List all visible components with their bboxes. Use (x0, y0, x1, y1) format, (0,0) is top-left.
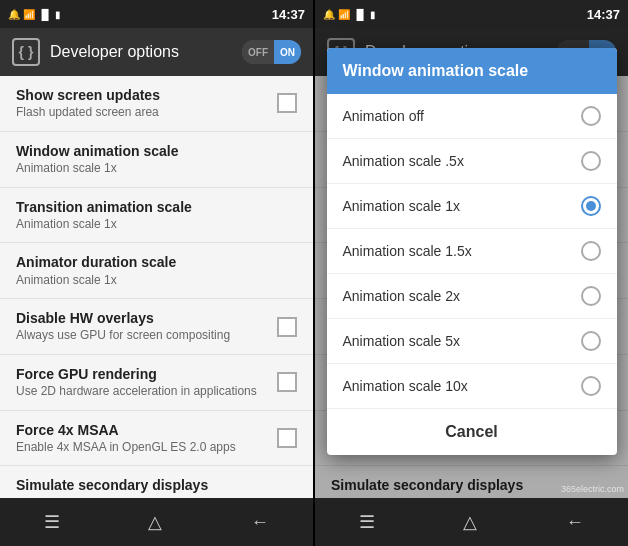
left-status-time: 14:37 (272, 7, 305, 22)
signal-icon: ▐▌ (38, 9, 52, 20)
settings-item-subtitle: Use 2D hardware acceleration in applicat… (16, 384, 277, 400)
dialog-option[interactable]: Animation scale 10x (327, 364, 617, 409)
settings-item[interactable]: Disable HW overlaysAlways use GPU for sc… (0, 299, 313, 355)
left-screen-title: Developer options (50, 43, 232, 61)
dialog-option-label: Animation scale 5x (343, 333, 461, 349)
settings-item[interactable]: Simulate secondary displaysNone (0, 466, 313, 498)
right-phone-panel: 🔔 📶 ▐▌ ▮ 14:37 { } Developer options OFF… (315, 0, 628, 546)
dialog-options: Animation offAnimation scale .5xAnimatio… (327, 94, 617, 409)
left-status-bar: 🔔 📶 ▐▌ ▮ 14:37 (0, 0, 313, 28)
dialog-radio-button[interactable] (581, 376, 601, 396)
dialog-option-label: Animation off (343, 108, 424, 124)
right-volume-icon: 🔔 (323, 9, 335, 20)
left-toggle[interactable]: OFF ON (242, 40, 301, 64)
settings-item-title: Transition animation scale (16, 198, 297, 216)
settings-checkbox[interactable] (277, 317, 297, 337)
right-back-button[interactable]: ← (546, 504, 604, 541)
left-toggle-off[interactable]: OFF (242, 40, 274, 64)
dialog-option-label: Animation scale 1.5x (343, 243, 472, 259)
dialog-radio-button[interactable] (581, 241, 601, 261)
dialog-option-label: Animation scale .5x (343, 153, 464, 169)
left-toggle-on[interactable]: ON (274, 40, 301, 64)
settings-checkbox[interactable] (277, 428, 297, 448)
settings-item-subtitle: Enable 4x MSAA in OpenGL ES 2.0 apps (16, 440, 277, 456)
dialog-radio-button[interactable] (581, 106, 601, 126)
right-wifi-icon: 📶 (338, 9, 350, 20)
settings-item-subtitle: Flash updated screen area (16, 105, 277, 121)
right-status-icons: 🔔 📶 ▐▌ ▮ (323, 9, 376, 20)
dialog-option[interactable]: Animation scale 5x (327, 319, 617, 364)
dialog-option[interactable]: Animation scale 1x (327, 184, 617, 229)
dialog-radio-button[interactable] (581, 331, 601, 351)
settings-item-title: Force 4x MSAA (16, 421, 277, 439)
dialog-option-label: Animation scale 10x (343, 378, 468, 394)
dialog-option-label: Animation scale 2x (343, 288, 461, 304)
dialog-title: Window animation scale (327, 48, 617, 94)
settings-checkbox[interactable] (277, 372, 297, 392)
settings-item-title: Force GPU rendering (16, 365, 277, 383)
settings-item[interactable]: Transition animation scaleAnimation scal… (0, 188, 313, 244)
right-battery-icon: ▮ (370, 9, 376, 20)
dialog-cancel-button[interactable]: Cancel (327, 409, 617, 455)
left-dev-icon: { } (12, 38, 40, 66)
right-status-time: 14:37 (587, 7, 620, 22)
left-bottom-nav: ☰ △ ← (0, 498, 313, 546)
settings-item-title: Window animation scale (16, 142, 297, 160)
right-bottom-nav: ☰ △ ← (315, 498, 628, 546)
left-status-icons: 🔔 📶 ▐▌ ▮ (8, 9, 61, 20)
settings-item[interactable]: Animator duration scaleAnimation scale 1… (0, 243, 313, 299)
settings-item[interactable]: Show screen updatesFlash updated screen … (0, 76, 313, 132)
left-back-button[interactable]: ← (231, 504, 289, 541)
right-status-bar: 🔔 📶 ▐▌ ▮ 14:37 (315, 0, 628, 28)
dialog-overlay: Window animation scale Animation offAnim… (315, 28, 628, 498)
settings-item[interactable]: Force GPU renderingUse 2D hardware accel… (0, 355, 313, 411)
settings-item-subtitle: Animation scale 1x (16, 217, 297, 233)
settings-item-title: Animator duration scale (16, 253, 297, 271)
settings-item-title: Simulate secondary displays (16, 476, 297, 494)
left-menu-button[interactable]: ☰ (24, 503, 80, 541)
dialog-radio-button[interactable] (581, 286, 601, 306)
left-top-bar: { } Developer options OFF ON (0, 28, 313, 76)
left-home-button[interactable]: △ (128, 503, 182, 541)
battery-icon: ▮ (55, 9, 61, 20)
wifi-icon: 📶 (23, 9, 35, 20)
settings-item[interactable]: Force 4x MSAAEnable 4x MSAA in OpenGL ES… (0, 411, 313, 467)
settings-item-title: Show screen updates (16, 86, 277, 104)
settings-item[interactable]: Window animation scaleAnimation scale 1x (0, 132, 313, 188)
window-animation-dialog: Window animation scale Animation offAnim… (327, 48, 617, 455)
dialog-option-label: Animation scale 1x (343, 198, 461, 214)
right-home-button[interactable]: △ (443, 503, 497, 541)
settings-item-title: Disable HW overlays (16, 309, 277, 327)
settings-item-subtitle: Animation scale 1x (16, 273, 297, 289)
right-menu-button[interactable]: ☰ (339, 503, 395, 541)
dialog-radio-button[interactable] (581, 196, 601, 216)
settings-item-subtitle: Always use GPU for screen compositing (16, 328, 277, 344)
volume-icon: 🔔 (8, 9, 20, 20)
settings-item-subtitle: Animation scale 1x (16, 161, 297, 177)
dialog-option[interactable]: Animation scale .5x (327, 139, 617, 184)
dialog-option[interactable]: Animation scale 2x (327, 274, 617, 319)
dialog-radio-button[interactable] (581, 151, 601, 171)
left-phone-panel: 🔔 📶 ▐▌ ▮ 14:37 { } Developer options OFF… (0, 0, 313, 546)
left-settings-list: Show screen updatesFlash updated screen … (0, 76, 313, 498)
settings-checkbox[interactable] (277, 93, 297, 113)
dialog-option[interactable]: Animation scale 1.5x (327, 229, 617, 274)
dialog-option[interactable]: Animation off (327, 94, 617, 139)
right-signal-icon: ▐▌ (353, 9, 367, 20)
